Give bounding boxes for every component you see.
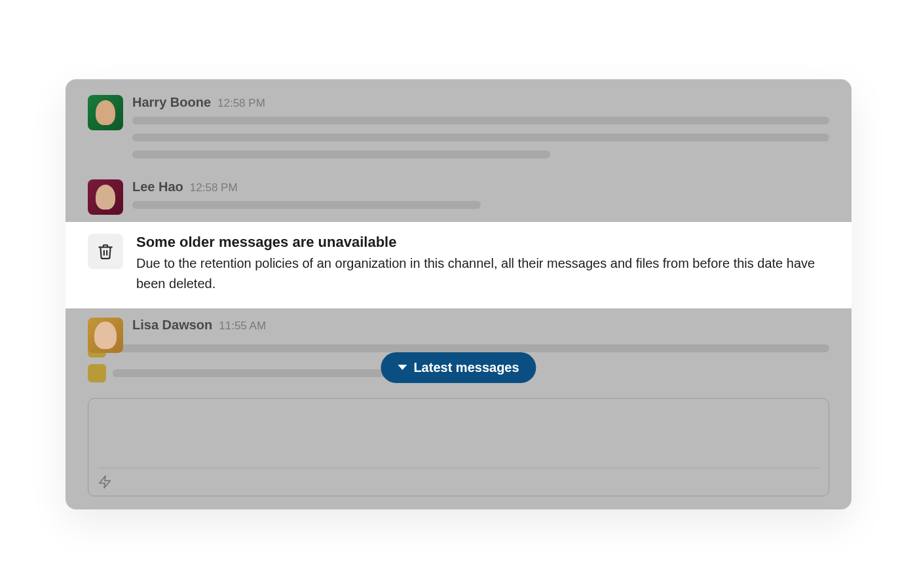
trash-icon-box bbox=[88, 234, 123, 269]
message-composer[interactable] bbox=[88, 398, 829, 496]
avatar[interactable] bbox=[88, 318, 123, 353]
composer-toolbar bbox=[98, 468, 819, 489]
retention-notice-banner: Some older messages are unavailable Due … bbox=[66, 222, 852, 308]
message-author[interactable]: Harry Boone bbox=[132, 95, 211, 110]
notice-title: Some older messages are unavailable bbox=[136, 234, 829, 251]
latest-messages-label: Latest messages bbox=[413, 360, 519, 375]
chevron-down-icon bbox=[398, 365, 407, 370]
message-timestamp: 12:58 PM bbox=[190, 181, 238, 194]
message-text-placeholder bbox=[132, 151, 550, 158]
slack-channel-view: Harry Boone 12:58 PM Lee Hao 12:58 PM bbox=[66, 79, 852, 509]
message-author[interactable]: Lee Hao bbox=[132, 179, 183, 194]
trash-icon bbox=[97, 243, 114, 260]
message-timestamp: 11:55 AM bbox=[219, 320, 266, 333]
message-text-placeholder bbox=[132, 201, 481, 209]
message-text-placeholder bbox=[132, 134, 829, 141]
message-text-placeholder bbox=[132, 117, 829, 124]
message-author[interactable]: Lisa Dawson bbox=[132, 318, 212, 333]
dimmed-newer-messages: Lisa Dawson 11:55 AM bbox=[66, 308, 852, 496]
svg-marker-0 bbox=[100, 475, 111, 487]
avatar[interactable] bbox=[88, 95, 123, 130]
lightning-icon[interactable] bbox=[98, 475, 112, 489]
message-item: Lee Hao 12:58 PM bbox=[66, 172, 852, 222]
message-timestamp: 12:58 PM bbox=[217, 97, 265, 110]
message-item: Harry Boone 12:58 PM bbox=[66, 79, 852, 172]
notice-body: Due to the retention policies of an orga… bbox=[136, 253, 829, 294]
message-text-placeholder bbox=[113, 344, 829, 352]
reaction-chip[interactable] bbox=[88, 364, 106, 382]
latest-messages-button[interactable]: Latest messages bbox=[381, 352, 536, 383]
message-text-placeholder bbox=[113, 369, 409, 377]
avatar[interactable] bbox=[88, 179, 123, 215]
dimmed-older-messages: Harry Boone 12:58 PM Lee Hao 12:58 PM bbox=[66, 79, 852, 222]
